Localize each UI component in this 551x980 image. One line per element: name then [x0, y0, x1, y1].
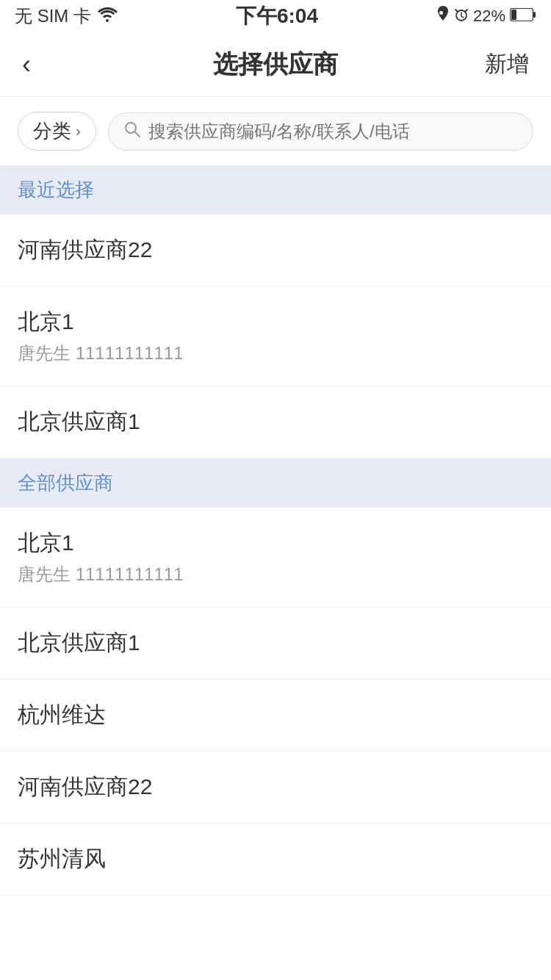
- list-item[interactable]: 北京1唐先生 11111111111: [0, 287, 551, 386]
- search-box[interactable]: [108, 112, 533, 151]
- section-header-all: 全部供应商: [0, 458, 551, 508]
- svg-rect-3: [511, 10, 516, 20]
- search-icon: [123, 120, 141, 143]
- list-item[interactable]: 北京供应商1: [0, 386, 551, 458]
- section-header-recent: 最近选择: [0, 165, 551, 215]
- back-button[interactable]: ‹: [22, 49, 66, 80]
- item-name: 北京供应商1: [18, 407, 533, 437]
- list-item[interactable]: 河南供应商22: [0, 215, 551, 287]
- chevron-right-icon: ›: [76, 123, 81, 140]
- item-name: 河南供应商22: [18, 772, 533, 802]
- location-icon: [436, 6, 450, 26]
- filter-bar: 分类 ›: [0, 97, 551, 165]
- alarm-icon: [454, 6, 469, 26]
- battery-text: 22%: [473, 7, 505, 26]
- status-right: 22%: [436, 6, 536, 26]
- category-label: 分类: [33, 118, 71, 144]
- status-bar: 无 SIM 卡 下午6:04 22%: [0, 0, 551, 32]
- list-item[interactable]: 河南供应商22: [0, 752, 551, 824]
- list-item[interactable]: 北京1唐先生 11111111111: [0, 508, 551, 608]
- list-item[interactable]: 北京供应商1: [0, 608, 551, 680]
- item-name: 杭州维达: [18, 700, 533, 730]
- item-sub: 唐先生 11111111111: [18, 563, 533, 586]
- list-item[interactable]: 苏州清风: [0, 824, 551, 896]
- no-sim-text: 无 SIM 卡: [15, 4, 91, 28]
- svg-rect-2: [533, 12, 536, 18]
- item-name: 北京1: [18, 307, 533, 337]
- item-name: 河南供应商22: [18, 235, 533, 265]
- nav-bar: ‹ 选择供应商 新增: [0, 32, 551, 97]
- content-area: 最近选择河南供应商22北京1唐先生 11111111111北京供应商1全部供应商…: [0, 165, 551, 896]
- svg-line-5: [134, 131, 140, 137]
- category-filter-button[interactable]: 分类 ›: [18, 112, 96, 151]
- search-input[interactable]: [148, 121, 518, 142]
- page-title: 选择供应商: [213, 48, 338, 82]
- item-name: 北京1: [18, 528, 533, 558]
- wifi-icon: [97, 6, 118, 26]
- status-time: 下午6:04: [236, 2, 318, 30]
- item-name: 北京供应商1: [18, 628, 533, 658]
- item-sub: 唐先生 11111111111: [18, 342, 533, 365]
- status-left: 无 SIM 卡: [15, 4, 118, 28]
- add-button[interactable]: 新增: [485, 49, 529, 79]
- item-name: 苏州清风: [18, 844, 533, 874]
- list-item[interactable]: 杭州维达: [0, 680, 551, 752]
- battery-icon: [510, 7, 536, 26]
